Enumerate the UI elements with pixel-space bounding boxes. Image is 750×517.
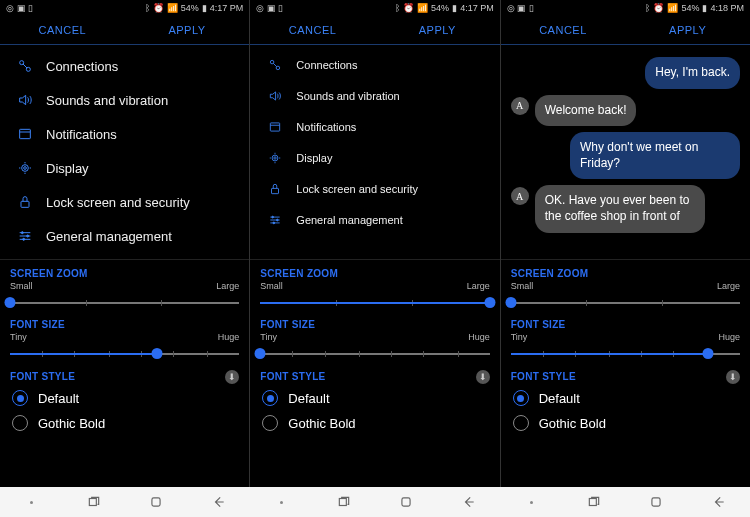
settings-item-display[interactable]: Display <box>258 142 491 173</box>
settings-item-connections[interactable]: Connections <box>258 49 491 80</box>
size-max-label: Huge <box>218 332 240 342</box>
settings-label: General management <box>296 214 402 226</box>
settings-item-general[interactable]: General management <box>8 219 241 253</box>
font-option-default[interactable]: Default <box>260 384 489 409</box>
download-fonts-icon[interactable]: ⬇ <box>726 370 740 384</box>
settings-item-display[interactable]: Display <box>8 151 241 185</box>
settings-item-sounds[interactable]: Sounds and vibration <box>258 80 491 111</box>
toolbar: CANCEL APPLY <box>501 16 750 45</box>
chat-message-sent: Hey, I'm back. <box>511 57 740 89</box>
settings-label: Display <box>296 152 332 164</box>
settings-label: Sounds and vibration <box>296 90 399 102</box>
font-option-default[interactable]: Default <box>10 384 239 409</box>
zoom-max-label: Large <box>216 281 239 291</box>
signal-icon: 📶 <box>417 3 428 13</box>
lock-icon <box>266 180 284 198</box>
nav-back[interactable] <box>188 487 251 517</box>
font-option-gothic[interactable]: Gothic Bold <box>10 409 239 434</box>
controls-panel: SCREEN ZOOM Small Large FONT SIZE Tiny H… <box>0 260 249 442</box>
toolbar: CANCEL APPLY <box>0 16 249 45</box>
general-icon <box>16 227 34 245</box>
nav-recents[interactable] <box>563 487 626 517</box>
font-size-slider[interactable] <box>260 344 489 364</box>
screen-zoom-slider[interactable] <box>511 293 740 313</box>
general-icon <box>266 211 284 229</box>
apply-button[interactable]: APPLY <box>375 16 500 44</box>
avatar: A <box>511 187 529 205</box>
settings-item-lock[interactable]: Lock screen and security <box>258 173 491 204</box>
font-option-gothic[interactable]: Gothic Bold <box>260 409 489 434</box>
radio-label: Gothic Bold <box>539 416 606 431</box>
chat-message-received: A OK. Have you ever been to the coffee s… <box>511 185 740 232</box>
screen-zoom-slider[interactable] <box>10 293 239 313</box>
apply-button[interactable]: APPLY <box>625 16 750 44</box>
settings-item-connections[interactable]: Connections <box>8 49 241 83</box>
alarm-icon: ⏰ <box>403 3 414 13</box>
cancel-button[interactable]: CANCEL <box>0 16 125 44</box>
nav-assistant[interactable] <box>500 487 563 517</box>
screen-zoom-title: SCREEN ZOOM <box>10 268 239 279</box>
battery-icon: ▮ <box>452 3 457 13</box>
settings-item-notifications[interactable]: Notifications <box>258 111 491 142</box>
size-min-label: Tiny <box>260 332 277 342</box>
chat-message-sent: Why don't we meet on Friday? <box>511 132 740 179</box>
svg-rect-41 <box>402 498 410 506</box>
download-fonts-icon[interactable]: ⬇ <box>476 370 490 384</box>
nav-assistant[interactable] <box>250 487 313 517</box>
svg-rect-40 <box>339 499 346 506</box>
svg-rect-23 <box>271 122 280 130</box>
cancel-button[interactable]: CANCEL <box>501 16 626 44</box>
nav-recents[interactable] <box>63 487 126 517</box>
settings-label: Notifications <box>296 121 356 133</box>
settings-item-notifications[interactable]: Notifications <box>8 117 241 151</box>
settings-label: Sounds and vibration <box>46 93 168 108</box>
svg-rect-42 <box>589 499 596 506</box>
font-size-title: FONT SIZE <box>260 319 489 330</box>
radio-icon <box>12 415 28 431</box>
lock-icon <box>16 193 34 211</box>
battery-pct: 54% <box>181 3 199 13</box>
nav-back[interactable] <box>688 487 751 517</box>
svg-point-37 <box>273 222 275 224</box>
size-min-label: Tiny <box>511 332 528 342</box>
nav-home[interactable] <box>375 487 438 517</box>
zoom-min-label: Small <box>260 281 283 291</box>
chat-bubble: Hey, I'm back. <box>645 57 740 89</box>
controls-panel: SCREEN ZOOM Small Large FONT SIZE Tiny H… <box>501 260 750 442</box>
status-time: 4:17 PM <box>460 3 494 13</box>
settings-label: Notifications <box>46 127 117 142</box>
status-bar: ◎ ▣ ▯ ᛒ ⏰ 📶 54% ▮ 4:17 PM <box>0 0 249 16</box>
nav-home[interactable] <box>125 487 188 517</box>
battery-icon: ▮ <box>202 3 207 13</box>
font-size-slider[interactable] <box>10 344 239 364</box>
settings-item-lock[interactable]: Lock screen and security <box>8 185 241 219</box>
svg-rect-43 <box>652 498 660 506</box>
apply-button[interactable]: APPLY <box>125 16 250 44</box>
svg-point-17 <box>27 235 29 237</box>
radio-label: Gothic Bold <box>288 416 355 431</box>
svg-point-35 <box>272 216 274 218</box>
font-option-gothic[interactable]: Gothic Bold <box>511 409 740 434</box>
font-option-default[interactable]: Default <box>511 384 740 409</box>
notifications-icon <box>16 125 34 143</box>
screen-zoom-slider[interactable] <box>260 293 489 313</box>
bluetooth-icon: ᛒ <box>145 3 150 13</box>
radio-icon <box>262 390 278 406</box>
zoom-max-label: Large <box>717 281 740 291</box>
nav-recents[interactable] <box>313 487 376 517</box>
font-size-slider[interactable] <box>511 344 740 364</box>
nav-home[interactable] <box>625 487 688 517</box>
nav-assistant[interactable] <box>0 487 63 517</box>
nav-back[interactable] <box>438 487 501 517</box>
connections-icon <box>266 56 284 74</box>
settings-item-sounds[interactable]: Sounds and vibration <box>8 83 241 117</box>
preview-pane-settings: Connections Sounds and vibration Notific… <box>0 45 249 260</box>
settings-label: Lock screen and security <box>46 195 190 210</box>
download-fonts-icon[interactable]: ⬇ <box>225 370 239 384</box>
font-style-title: FONT STYLE <box>511 371 576 382</box>
radio-label: Default <box>288 391 329 406</box>
size-min-label: Tiny <box>10 332 27 342</box>
cancel-button[interactable]: CANCEL <box>250 16 375 44</box>
zoom-max-label: Large <box>467 281 490 291</box>
settings-item-general[interactable]: General management <box>258 204 491 235</box>
